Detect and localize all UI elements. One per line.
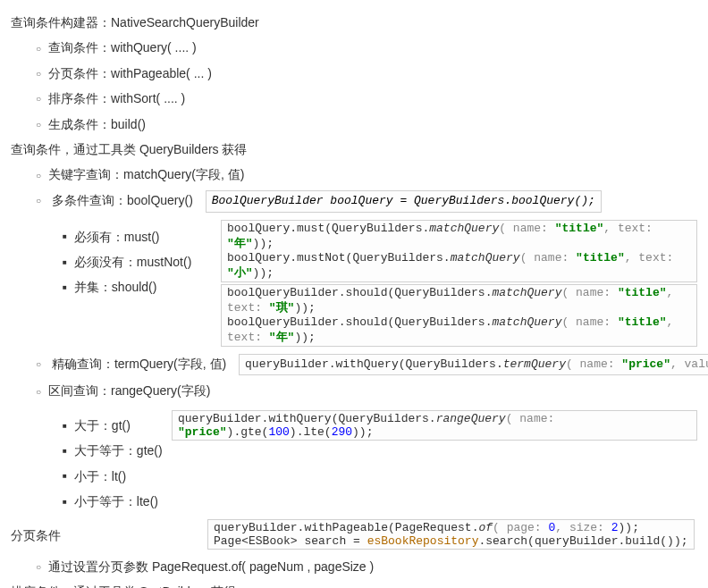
item-gt: 大于：gt() — [63, 416, 154, 435]
item-boolquery: 多条件查询：boolQuery() BoolQueryBuilder boolQ… — [36, 190, 697, 213]
item-termquery: 精确查询：termQuery(字段, 值) queryBuilder.withQ… — [36, 354, 697, 376]
code-rangequery: queryBuilder.withQuery(QueryBuilders.ran… — [172, 410, 697, 441]
item-withquery: 查询条件：withQuery( .... ) — [36, 38, 697, 57]
item-withpageable: 分页条件：withPageable( ... ) — [36, 63, 697, 83]
heading-pagination: 分页条件 — [11, 525, 190, 545]
code-should: boolQueryBuilder.should(QueryBuilders.ma… — [221, 284, 697, 347]
code-termquery: queryBuilder.withQuery(QueryBuilders.ter… — [239, 354, 708, 376]
heading-builder: 查询条件构建器：NativeSearchQueryBuilder — [11, 13, 697, 32]
code-boolquery-init: BoolQueryBuilder boolQuery = QueryBuilde… — [206, 190, 602, 213]
item-withsort: 排序条件：withSort( .... ) — [36, 88, 697, 108]
item-must: 必须有：must() — [63, 227, 212, 247]
heading-querybuilders: 查询条件，通过工具类 QueryBuilders 获得 — [11, 139, 697, 159]
item-gte: 大于等于：gte() — [63, 441, 154, 460]
item-mustnot: 必须没有：mustNot() — [63, 252, 212, 272]
item-build: 生成条件：build() — [36, 114, 697, 134]
item-pagerequest: 通过设置分页参数 PageRequest.of( pageNum , pageS… — [36, 557, 697, 576]
item-lt: 小于：lt() — [63, 466, 154, 486]
code-pagination: queryBuilder.withPageable(PageRequest.of… — [207, 519, 695, 550]
code-must: boolQuery.must(QueryBuilders.matchQuery(… — [221, 220, 697, 282]
item-should: 并集：should() — [63, 277, 212, 297]
item-lte: 小于等于：lte() — [63, 491, 154, 511]
item-rangequery: 区间查询：rangeQuery(字段) — [36, 381, 697, 400]
item-matchquery: 关键字查询：matchQuery(字段, 值) — [36, 164, 697, 184]
heading-sort: 排序条件，通过工具类 SortBuilders 获得 — [11, 582, 697, 588]
